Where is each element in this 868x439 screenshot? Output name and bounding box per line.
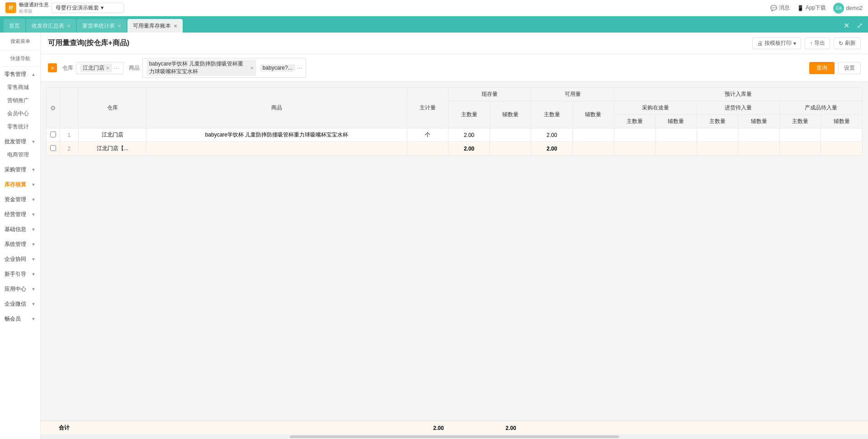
setting-btn[interactable]: 设置 bbox=[838, 62, 861, 74]
sidebar-section-changyuanyuan: 畅会员 ▼ bbox=[0, 312, 40, 326]
tab-available-inventory-close[interactable]: ✕ bbox=[174, 24, 177, 28]
expand-icon: » bbox=[51, 65, 54, 71]
query-btn[interactable]: 查询 bbox=[809, 62, 835, 74]
sidebar-search-btn[interactable]: 搜索菜单 bbox=[4, 36, 37, 47]
print-icon: 🖨 bbox=[757, 40, 763, 47]
sidebar-section-appstore-header[interactable]: 应用中心 ▼ bbox=[0, 283, 40, 296]
app-download-label: App下载 bbox=[806, 4, 826, 12]
user-menu-btn[interactable]: Ea demo2 bbox=[833, 3, 863, 14]
sidebar-section-retail: 零售管理 ▲ 零售商城 营销推广 会员中心 零售统计 bbox=[0, 67, 40, 134]
sidebar-section-retail-header[interactable]: 零售管理 ▲ bbox=[0, 68, 40, 81]
store-name: 母婴行业演示账套 bbox=[56, 4, 99, 12]
row2-avail-aux bbox=[573, 142, 614, 156]
sidebar-section-finance: 资金管理 ▼ bbox=[0, 192, 40, 207]
tab-fullscreen-btn[interactable]: ⤢ bbox=[855, 19, 864, 33]
sidebar-section-retail-arrow: ▲ bbox=[31, 72, 36, 77]
filter-expand-btn[interactable]: » bbox=[48, 63, 57, 72]
row2-checkbox[interactable] bbox=[50, 145, 56, 151]
sidebar-section-procurement: 采购管理 ▼ bbox=[0, 162, 40, 177]
sidebar-section-inventory: 库存核算 ▼ bbox=[0, 177, 40, 192]
sidebar-item-marketing[interactable]: 营销推广 bbox=[0, 94, 40, 107]
store-selector[interactable]: 母婴行业演示账套 ▾ bbox=[52, 3, 124, 13]
filter-product-tag1-close[interactable]: ✕ bbox=[250, 66, 254, 71]
refresh-btn[interactable]: ↻ 刷新 bbox=[834, 37, 861, 49]
tab-order-stats-label: 要货单统计表 bbox=[82, 22, 115, 30]
download-icon: 📱 bbox=[797, 5, 804, 11]
sidebar-section-newbie: 新手引导 ▼ bbox=[0, 267, 40, 282]
th-warehouse: 仓库 bbox=[78, 88, 146, 128]
sidebar-section-ops-header[interactable]: 经营管理 ▼ bbox=[0, 208, 40, 221]
sidebar-quick-nav-btn[interactable]: 快捷导航 bbox=[0, 52, 40, 65]
scroll-thumb[interactable] bbox=[290, 435, 619, 438]
sidebar-section-wechat-arrow: ▼ bbox=[31, 302, 36, 307]
row2-produced-aux bbox=[821, 142, 863, 156]
sidebar-section-procurement-header[interactable]: 采购管理 ▼ bbox=[0, 163, 40, 176]
tab-home-label: 首页 bbox=[9, 22, 20, 30]
app-download-btn[interactable]: 📱 App下载 bbox=[797, 4, 826, 12]
th-gear[interactable]: ⚙ bbox=[47, 88, 60, 128]
sidebar-section-appstore: 应用中心 ▼ bbox=[0, 282, 40, 297]
sidebar-section-wholesale-header[interactable]: 批发管理 ▼ bbox=[0, 135, 40, 148]
tab-receive-summary-close[interactable]: ✕ bbox=[67, 24, 71, 28]
row1-check[interactable] bbox=[47, 128, 60, 142]
sidebar-item-ecommerce[interactable]: 电商管理 bbox=[0, 148, 40, 161]
table-scrollbar[interactable] bbox=[41, 434, 868, 439]
messages-btn[interactable]: 💬 消息 bbox=[770, 4, 790, 12]
row1-produced-aux bbox=[821, 128, 863, 142]
tab-available-inventory[interactable]: 可用量库存账本 ✕ bbox=[127, 19, 183, 33]
sidebar-section-changyuanyuan-header[interactable]: 畅会员 ▼ bbox=[0, 312, 40, 326]
sidebar-section-system-arrow: ▼ bbox=[31, 242, 36, 247]
store-dropdown-icon: ▾ bbox=[101, 5, 104, 11]
header-right: 💬 消息 📱 App下载 Ea demo2 bbox=[770, 3, 863, 14]
refresh-label: 刷新 bbox=[845, 39, 856, 47]
sidebar-section-inventory-header[interactable]: 库存核算 ▼ bbox=[0, 178, 40, 191]
logo-area: 好 畅捷通好生意 标准版 母婴行业演示账套 ▾ bbox=[5, 1, 124, 14]
tab-order-stats-close[interactable]: ✕ bbox=[118, 24, 121, 28]
print-btn[interactable]: 🖨 按模板打印 ▾ bbox=[752, 37, 801, 49]
tab-available-inventory-label: 可用量库存账本 bbox=[133, 22, 171, 30]
row2-avail-main: 2.00 bbox=[531, 142, 573, 156]
row2-check[interactable] bbox=[47, 142, 60, 156]
th-arrival-aux: 辅数量 bbox=[738, 115, 780, 128]
row1-checkbox[interactable] bbox=[50, 132, 56, 137]
column-settings-icon[interactable]: ⚙ bbox=[50, 104, 56, 112]
sidebar-section-wechat-label: 企业微信 bbox=[5, 300, 26, 308]
sidebar-search: 搜索菜单 bbox=[0, 33, 40, 51]
main-layout: 搜索菜单 快捷导航 零售管理 ▲ 零售商城 营销推广 会员中心 零售统计 批发管… bbox=[0, 33, 868, 439]
export-btn[interactable]: ↑ 导出 bbox=[805, 37, 830, 49]
tab-order-stats[interactable]: 要货单统计表 ✕ bbox=[77, 19, 127, 33]
sidebar-section-basic-header[interactable]: 基础信息 ▼ bbox=[0, 223, 40, 236]
table-footer: 合计 2.00 2.00 bbox=[41, 420, 868, 434]
filter-product-dots[interactable]: ··· bbox=[297, 64, 302, 71]
sidebar-section-system-header[interactable]: 系统管理 ▼ bbox=[0, 238, 40, 251]
tab-close-all-btn[interactable]: ✕ bbox=[842, 19, 851, 33]
sidebar-item-members[interactable]: 会员中心 bbox=[0, 107, 40, 120]
messages-label: 消息 bbox=[779, 4, 790, 12]
tab-bar: 首页 收发存汇总表 ✕ 要货单统计表 ✕ 可用量库存账本 ✕ ✕ ⤢ bbox=[0, 16, 868, 33]
tab-home[interactable]: 首页 bbox=[4, 19, 25, 33]
sidebar-item-retail-stats[interactable]: 零售统计 bbox=[0, 120, 40, 133]
sidebar-section-wechat-header[interactable]: 企业微信 ▼ bbox=[0, 297, 40, 311]
sidebar-item-retail-mall[interactable]: 零售商城 bbox=[0, 81, 40, 94]
sidebar-section-ops-label: 经营管理 bbox=[5, 211, 26, 218]
row1-produced-main bbox=[779, 128, 821, 142]
tab-receive-summary[interactable]: 收发存汇总表 ✕ bbox=[26, 19, 76, 33]
row2-produced-main bbox=[779, 142, 821, 156]
filter-product-input[interactable]: babycare学饮杯 儿童防摔防撞吸管杯重力球吸嘴杯宝宝水杯 ✕ babyca… bbox=[142, 58, 307, 78]
th-purchase-aux: 辅数量 bbox=[656, 115, 697, 128]
filter-warehouse-tag-close[interactable]: ✕ bbox=[106, 66, 109, 71]
sidebar-section-appstore-label: 应用中心 bbox=[5, 285, 26, 293]
th-current-main: 主数量 bbox=[448, 101, 490, 128]
avatar: Ea bbox=[833, 3, 844, 14]
row2-arrival-main bbox=[697, 142, 738, 156]
th-avail-aux: 辅数量 bbox=[573, 101, 614, 128]
row2-warehouse: 江北门店【... bbox=[78, 142, 146, 156]
filter-warehouse-input[interactable]: 江北门店 ✕ ··· bbox=[76, 62, 123, 74]
footer-label: 合计 bbox=[41, 424, 81, 432]
sidebar-section-wechat: 企业微信 ▼ bbox=[0, 297, 40, 312]
filter-warehouse-dots[interactable]: ··· bbox=[114, 64, 119, 71]
sidebar-section-finance-header[interactable]: 资金管理 ▼ bbox=[0, 193, 40, 206]
sidebar-section-newbie-header[interactable]: 新手引导 ▼ bbox=[0, 268, 40, 281]
row1-arrival-aux bbox=[738, 128, 780, 142]
sidebar-section-enterprise-header[interactable]: 企业协同 ▼ bbox=[0, 253, 40, 266]
